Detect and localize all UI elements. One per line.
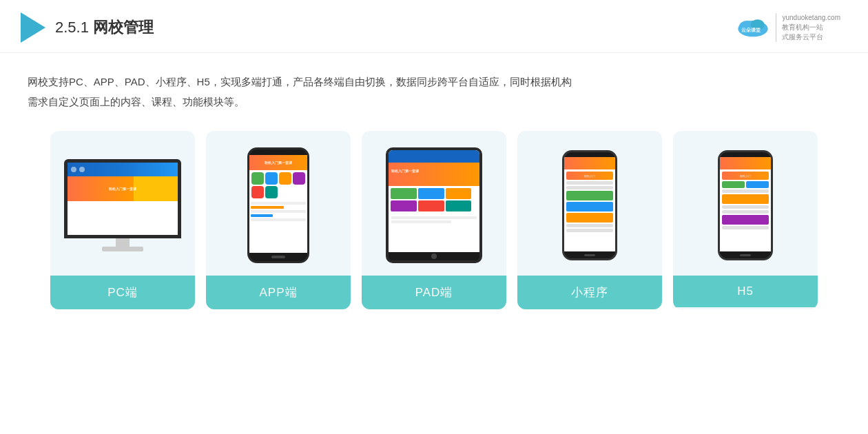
mini-phone-h5-screen: 轻松入门 [720,157,771,251]
cloud-logo-icon: 云朵课堂 [736,15,770,40]
header: 2.5.1 网校管理 云朵课堂 yunduoketang.com 教育机构一站 … [0,0,868,53]
card-h5-image: 轻松入门 [673,131,818,276]
header-left: 2.5.1 网校管理 [21,12,154,43]
cards-row: 轻松入门第一堂课 [28,131,840,309]
card-app: 轻松入门第一堂课 [206,131,351,309]
phone-notch [268,149,289,155]
phone-screen: 轻松入门第一堂课 [249,155,307,253]
page: 2.5.1 网校管理 云朵课堂 yunduoketang.com 教育机构一站 … [0,0,868,434]
card-pad: 轻松入门第一堂课 [362,131,506,309]
ipad-screen: 轻松入门第一堂课 [389,150,479,252]
mini-phone-h5: 轻松入门 [718,150,773,260]
description-line2: 需求自定义页面上的内容、课程、功能模块等。 [28,92,840,112]
brand-text: yunduoketang.com 教育机构一站 式服务云平台 [776,13,840,42]
card-pc-image: 轻松入门第一堂课 [50,131,195,276]
svg-text:云朵课堂: 云朵课堂 [742,27,761,32]
card-pc-label: PC端 [50,276,195,309]
mini-phone-screen: 轻松入门 [564,157,615,251]
brand-logo: 云朵课堂 yunduoketang.com 教育机构一站 式服务云平台 [736,13,840,42]
card-mini: 轻松入门 [517,131,662,309]
card-pad-image: 轻松入门第一堂课 [362,131,506,276]
description-line1: 网校支持PC、APP、PAD、小程序、H5，实现多端打通，产品各终端自由切换，数… [28,72,840,92]
description: 网校支持PC、APP、PAD、小程序、H5，实现多端打通，产品各终端自由切换，数… [28,72,840,112]
mini-phone-mini: 轻松入门 [562,150,617,260]
pc-monitor-icon: 轻松入门第一堂课 [64,159,181,251]
phone-mockup-app: 轻松入门第一堂课 [247,147,309,263]
ipad-mockup: 轻松入门第一堂课 [386,147,482,263]
card-h5-label: H5 [673,276,818,307]
card-pc: 轻松入门第一堂课 [50,131,195,309]
header-right: 云朵课堂 yunduoketang.com 教育机构一站 式服务云平台 [736,13,840,42]
card-app-image: 轻松入门第一堂课 [206,131,351,276]
card-pad-label: PAD端 [362,276,506,309]
mini-phone-h5-notch [736,152,754,157]
mini-phone-notch [581,152,599,157]
page-title: 2.5.1 网校管理 [55,17,154,38]
content: 网校支持PC、APP、PAD、小程序、H5，实现多端打通，产品各终端自由切换，数… [0,53,868,323]
logo-triangle-icon [21,12,45,43]
card-h5: 轻松入门 [673,131,818,309]
card-mini-label: 小程序 [517,276,662,309]
card-mini-image: 轻松入门 [517,131,662,276]
card-app-label: APP端 [206,276,351,309]
